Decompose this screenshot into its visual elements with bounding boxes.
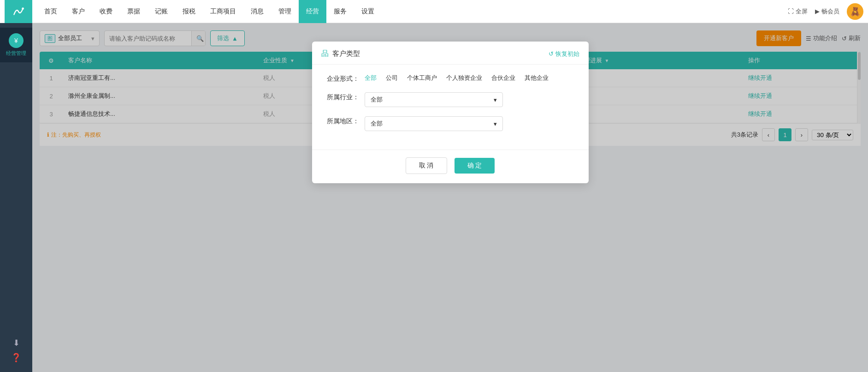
enterprise-company[interactable]: 公司 bbox=[386, 74, 398, 82]
cancel-button[interactable]: 取 消 bbox=[406, 157, 447, 174]
nav-right: ⛶ 全屏 ▶ 畅会员 🧸 bbox=[788, 3, 863, 20]
nav-items: 首页 客户 收费 票据 记账 报税 工商项目 消息 管理 经营 服务 设置 bbox=[37, 0, 788, 23]
nav-operation[interactable]: 经营 bbox=[299, 0, 326, 23]
enterprise-label: 企业形式： bbox=[323, 74, 365, 83]
industry-dropdown-icon: ▾ bbox=[494, 96, 497, 103]
nav-settings[interactable]: 设置 bbox=[354, 0, 382, 23]
nav-service[interactable]: 服务 bbox=[326, 0, 354, 23]
reset-icon: ↺ bbox=[549, 50, 554, 57]
enterprise-sole[interactable]: 个人独资企业 bbox=[446, 74, 482, 82]
confirm-button[interactable]: 确 定 bbox=[455, 158, 495, 174]
sidebar-bottom: ⬇ ❓ bbox=[11, 338, 21, 363]
nav-message[interactable]: 消息 bbox=[243, 0, 271, 23]
modal-title: 品 客户类型 bbox=[321, 49, 360, 59]
region-form-row: 所属地区： 全部 ▾ bbox=[323, 116, 578, 131]
avatar[interactable]: 🧸 bbox=[847, 3, 863, 20]
enterprise-form-row: 企业形式： 全部 公司 个体工商户 个人独资企业 合伙企业 其他企业 bbox=[323, 74, 578, 83]
modal-reset-button[interactable]: ↺ 恢复初始 bbox=[549, 50, 579, 58]
enterprise-individual[interactable]: 个体工商户 bbox=[407, 74, 437, 82]
help-icon[interactable]: ❓ bbox=[11, 353, 21, 363]
enterprise-all[interactable]: 全部 bbox=[365, 74, 377, 82]
layout: ¥ 经营管理 ⬇ ❓ 图 全部员工 ▾ 🔍 筛选 ▲ bbox=[0, 23, 868, 372]
play-icon: ▶ bbox=[815, 8, 820, 15]
vip-button[interactable]: ▶ 畅会员 bbox=[815, 7, 839, 16]
modal-body: 企业形式： 全部 公司 个体工商户 个人独资企业 合伙企业 其他企业 bbox=[312, 65, 589, 150]
logo bbox=[5, 0, 32, 23]
main-content: 图 全部员工 ▾ 🔍 筛选 ▲ 开通新客户 ☰ 功能介绍 ↺ 刷新 bbox=[32, 23, 868, 372]
modal-overlay: 品 客户类型 ↺ 恢复初始 企业形式： 全部 公司 bbox=[32, 23, 868, 372]
region-select-wrap: 全部 ▾ bbox=[365, 116, 578, 131]
filter-modal: 品 客户类型 ↺ 恢复初始 企业形式： 全部 公司 bbox=[312, 42, 589, 183]
fullscreen-icon: ⛶ bbox=[788, 8, 794, 15]
region-label: 所属地区： bbox=[323, 116, 365, 126]
operation-icon: ¥ bbox=[9, 33, 24, 48]
nav-business[interactable]: 工商项目 bbox=[203, 0, 243, 23]
region-dropdown-icon: ▾ bbox=[494, 120, 497, 127]
nav-tax[interactable]: 报税 bbox=[175, 0, 203, 23]
region-select[interactable]: 全部 ▾ bbox=[365, 116, 503, 131]
enterprise-other[interactable]: 其他企业 bbox=[525, 74, 549, 82]
modal-title-icon: 品 bbox=[321, 49, 329, 59]
enterprise-options: 全部 公司 个体工商户 个人独资企业 合伙企业 其他企业 bbox=[365, 74, 578, 82]
download-icon[interactable]: ⬇ bbox=[13, 338, 20, 348]
top-nav: 首页 客户 收费 票据 记账 报税 工商项目 消息 管理 经营 服务 设置 ⛶ … bbox=[0, 0, 868, 23]
industry-form-row: 所属行业： 全部 ▾ bbox=[323, 92, 578, 107]
sidebar-item-operation[interactable]: ¥ 经营管理 bbox=[0, 28, 32, 62]
nav-bill[interactable]: 票据 bbox=[120, 0, 148, 23]
sidebar: ¥ 经营管理 ⬇ ❓ bbox=[0, 23, 32, 372]
modal-header: 品 客户类型 ↺ 恢复初始 bbox=[312, 42, 589, 65]
nav-home[interactable]: 首页 bbox=[37, 0, 65, 23]
industry-select[interactable]: 全部 ▾ bbox=[365, 92, 503, 107]
modal-footer: 取 消 确 定 bbox=[312, 150, 589, 183]
nav-fee[interactable]: 收费 bbox=[92, 0, 120, 23]
enterprise-radio-group: 全部 公司 个体工商户 个人独资企业 合伙企业 其他企业 bbox=[365, 74, 578, 82]
industry-label: 所属行业： bbox=[323, 92, 365, 102]
svg-point-0 bbox=[22, 7, 24, 10]
nav-manage[interactable]: 管理 bbox=[271, 0, 299, 23]
industry-select-wrap: 全部 ▾ bbox=[365, 92, 578, 107]
fullscreen-button[interactable]: ⛶ 全屏 bbox=[788, 7, 808, 16]
nav-customer[interactable]: 客户 bbox=[65, 0, 92, 23]
nav-accounting[interactable]: 记账 bbox=[148, 0, 175, 23]
enterprise-partnership[interactable]: 合伙企业 bbox=[491, 74, 515, 82]
